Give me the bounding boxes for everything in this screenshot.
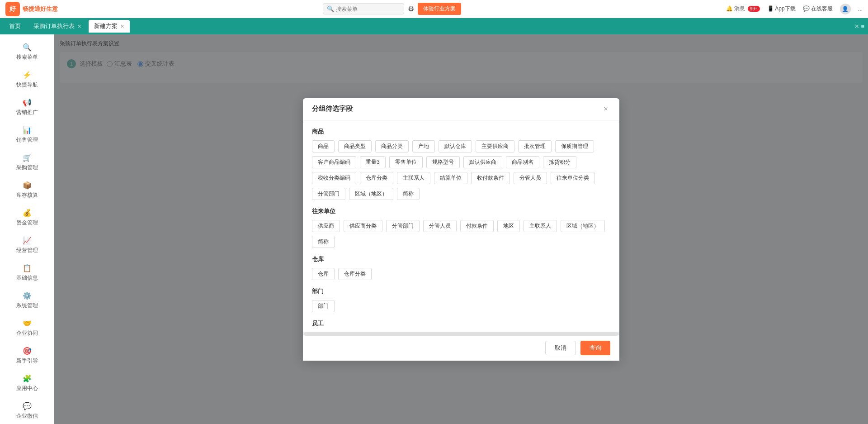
field-tag[interactable]: 零售单位: [389, 156, 423, 168]
field-tag[interactable]: 简称: [312, 236, 335, 248]
tab-new-scheme-close[interactable]: ✕: [120, 24, 124, 29]
sidebar-item-search[interactable]: 🔍 搜索菜单: [0, 38, 54, 66]
field-tag[interactable]: 商品别名: [506, 156, 539, 168]
modal-overlay: 分组待选字段 × 商品 商品 商品类型 商品分类 产地 默认仓库 主要供应商 批…: [54, 34, 868, 424]
field-tag[interactable]: 保质期管理: [555, 140, 594, 152]
tab-bar-close[interactable]: ✕ ≡: [854, 23, 864, 30]
sidebar-appstore-label: 应用中心: [16, 385, 38, 392]
field-tag[interactable]: 分管人员: [423, 220, 457, 232]
sales-icon: 📊: [23, 125, 32, 134]
field-tag[interactable]: 分管部门: [312, 188, 345, 200]
sidebar-wechat-label: 企业微信: [16, 412, 38, 420]
sidebar-item-finance[interactable]: 💰 资金管理: [0, 204, 54, 231]
collab-icon: 🤝: [23, 319, 32, 328]
appstore-icon: 🧩: [23, 374, 32, 383]
field-tag[interactable]: 分管部门: [386, 220, 420, 232]
field-grid-goods: 商品 商品类型 商品分类 产地 默认仓库 主要供应商 批次管理 保质期管理 客户…: [312, 140, 610, 200]
field-tag[interactable]: 主联系人: [524, 220, 557, 232]
sidebar-item-marketing[interactable]: 📢 营销推广: [0, 93, 54, 121]
field-tag[interactable]: 商品分类: [375, 140, 409, 152]
sidebar: 🔍 搜索菜单 ⚡ 快捷导航 📢 营销推广 📊 销售管理 🛒 采购管理 📦 库存核…: [0, 34, 54, 424]
field-tag[interactable]: 结算单位: [434, 172, 467, 184]
header-right: 🔔 消息 99+ 📱 App下载 💬 在线客服 👤 ...: [726, 4, 863, 14]
section-title-dept: 部门: [312, 287, 610, 295]
tab-bar: 首页 采购订单执行表 ✕ 新建方案 ✕ ✕ ≡: [0, 18, 868, 34]
header-search: 🔍 ⚙ 体验行业方案: [323, 3, 461, 15]
field-tag[interactable]: 收付款条件: [471, 172, 510, 184]
sidebar-basic-label: 基础信息: [16, 274, 38, 282]
field-tag[interactable]: 客户商品编码: [312, 156, 356, 168]
field-grid-warehouse: 仓库 仓库分类: [312, 268, 610, 280]
field-tag[interactable]: 部门: [312, 300, 335, 312]
field-tag[interactable]: 重量3: [360, 156, 386, 168]
notice-area[interactable]: 🔔 消息 99+: [726, 5, 760, 13]
field-tag[interactable]: 仓库分类: [360, 172, 393, 184]
sidebar-item-inventory[interactable]: 📦 库存核算: [0, 176, 54, 204]
modal-header: 分组待选字段 ×: [303, 98, 619, 120]
field-tag[interactable]: 简称: [397, 188, 420, 200]
app-download[interactable]: 📱 App下载: [767, 5, 796, 13]
field-select-modal: 分组待选字段 × 商品 商品 商品类型 商品分类 产地 默认仓库 主要供应商 批…: [303, 98, 619, 361]
field-tag[interactable]: 默认供应商: [463, 156, 502, 168]
field-grid-dept: 部门: [312, 300, 610, 312]
field-tag[interactable]: 仓库分类: [338, 268, 372, 280]
logo-icon: 好: [5, 2, 20, 16]
logo-text: 畅捷通好生意: [23, 5, 58, 13]
purchase-icon: 🛒: [23, 153, 32, 162]
sidebar-item-basic[interactable]: 📋 基础信息: [0, 259, 54, 286]
tab-home[interactable]: 首页: [4, 20, 26, 33]
search-input[interactable]: [336, 6, 390, 12]
field-tag[interactable]: 产地: [412, 140, 435, 152]
tab-new-scheme[interactable]: 新建方案 ✕: [89, 20, 130, 33]
sidebar-quicknav-label: 快捷导航: [16, 81, 38, 89]
field-tag[interactable]: 商品类型: [338, 140, 372, 152]
field-grid-partner: 供应商 供应商分类 分管部门 分管人员 付款条件 地区 主联系人 区域（地区） …: [312, 220, 610, 248]
settings-icon[interactable]: ⚙: [408, 5, 414, 13]
sidebar-item-quicknav[interactable]: ⚡ 快捷导航: [0, 66, 54, 93]
sidebar-item-operation[interactable]: 📈 经营管理: [0, 231, 54, 259]
field-tag[interactable]: 供应商: [312, 220, 340, 232]
field-tag[interactable]: 主要供应商: [476, 140, 514, 152]
field-tag[interactable]: 区域（地区）: [349, 188, 393, 200]
modal-close-button[interactable]: ×: [601, 105, 610, 114]
modal-scrollbar-bottom[interactable]: [303, 332, 619, 334]
field-tag[interactable]: 付款条件: [460, 220, 494, 232]
search-icon: 🔍: [327, 5, 334, 12]
basic-icon: 📋: [23, 263, 32, 272]
field-tag[interactable]: 商品: [312, 140, 335, 152]
field-tag[interactable]: 分管人员: [514, 172, 547, 184]
field-tag[interactable]: 供应商分类: [344, 220, 382, 232]
sidebar-search-label: 搜索菜单: [16, 53, 38, 61]
field-tag[interactable]: 主联系人: [397, 172, 430, 184]
field-tag[interactable]: 税收分类编码: [312, 172, 356, 184]
cancel-button[interactable]: 取消: [545, 341, 576, 355]
sidebar-item-guide[interactable]: 🎯 新手引导: [0, 342, 54, 369]
field-tag[interactable]: 拣货积分: [543, 156, 576, 168]
marketing-icon: 📢: [23, 98, 32, 107]
quicknav-icon: ⚡: [23, 70, 32, 79]
tab-purchase-close[interactable]: ✕: [77, 24, 81, 29]
sidebar-item-appstore[interactable]: 🧩 应用中心: [0, 369, 54, 397]
sidebar-item-wechat[interactable]: 💬 企业微信: [0, 397, 54, 424]
field-tag[interactable]: 默认仓库: [439, 140, 472, 152]
field-tag[interactable]: 批次管理: [518, 140, 552, 152]
tab-purchase-order[interactable]: 采购订单执行表 ✕: [28, 20, 87, 33]
section-title-warehouse: 仓库: [312, 255, 610, 263]
field-tag[interactable]: 地区: [497, 220, 520, 232]
confirm-button[interactable]: 查询: [580, 341, 610, 355]
online-service[interactable]: 💬 在线客服: [803, 5, 833, 13]
field-tag[interactable]: 仓库: [312, 268, 335, 280]
sidebar-purchase-label: 采购管理: [16, 164, 38, 172]
field-tag[interactable]: 区域（地区）: [561, 220, 605, 232]
sidebar-item-collab[interactable]: 🤝 企业协同: [0, 314, 54, 342]
sidebar-item-sales[interactable]: 📊 销售管理: [0, 121, 54, 148]
operation-icon: 📈: [23, 236, 32, 245]
field-tag[interactable]: 往来单位分类: [551, 172, 595, 184]
field-tag[interactable]: 规格型号: [426, 156, 460, 168]
sidebar-item-purchase[interactable]: 🛒 采购管理: [0, 148, 54, 176]
notice-badge: 99+: [748, 6, 760, 12]
user-avatar[interactable]: 👤: [840, 4, 851, 14]
search-input-wrap[interactable]: 🔍: [323, 3, 404, 14]
sidebar-item-system[interactable]: ⚙️ 系统管理: [0, 286, 54, 314]
experience-button[interactable]: 体验行业方案: [418, 3, 461, 15]
